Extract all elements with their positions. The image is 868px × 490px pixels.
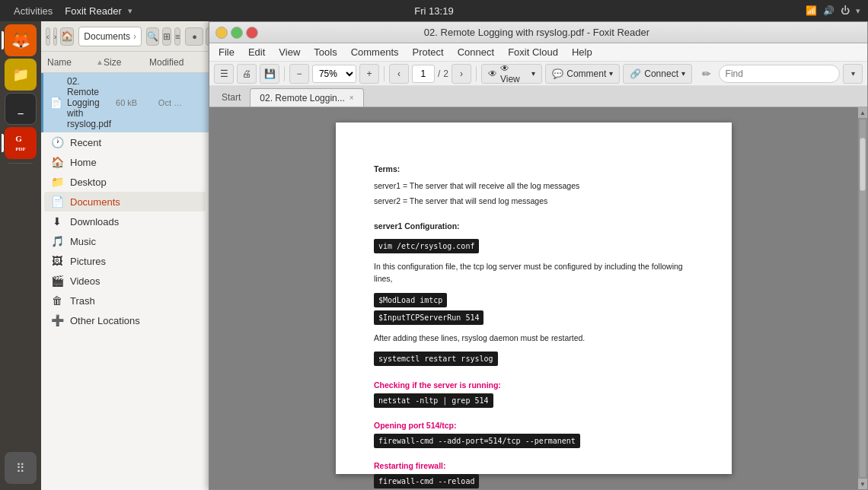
downloads-icon: ⬇ xyxy=(50,215,64,228)
menu-view[interactable]: View xyxy=(273,45,306,59)
fm-up-button[interactable]: 🏠 xyxy=(60,27,74,46)
system-bar: Activities Foxit Reader ▾ Fri 13:19 📶 🔊 … xyxy=(0,0,868,21)
sidebar-item-label-home: Home xyxy=(70,157,97,168)
toolbar-save-button[interactable]: 💾 xyxy=(260,64,279,84)
menu-foxit-cloud[interactable]: Foxit Cloud xyxy=(502,45,564,59)
activities-button[interactable]: Activities xyxy=(8,5,59,17)
pdf-code3-wrap: $InputTCPServerRun 514 xyxy=(374,309,694,326)
comment-dropdown-icon: ▾ xyxy=(609,69,613,78)
sidebar-item-label-music: Music xyxy=(70,236,96,247)
toolbar-zoom-select[interactable]: 75% 100% 125% 150% xyxy=(312,65,356,83)
sidebar-item-trash[interactable]: 🗑 Trash xyxy=(44,291,206,310)
launcher: 🦊 📁 _ GPDF ⠿ xyxy=(0,21,41,490)
network-icon[interactable]: 📶 xyxy=(806,5,817,16)
scroll-up-arrow[interactable]: ▲ xyxy=(858,107,867,118)
volume-icon[interactable]: 🔊 xyxy=(823,5,834,16)
sidebar-item-pictures[interactable]: 🖼 Pictures xyxy=(44,251,206,271)
pdf-file-icon: 📄 xyxy=(49,97,62,109)
tab-document[interactable]: 02. Remote Loggin... × xyxy=(250,88,363,107)
foxit-minimize-button[interactable] xyxy=(215,27,228,39)
toolbar-next-page-button[interactable]: › xyxy=(452,64,471,84)
toolbar-connect-button[interactable]: 🔗 Connect ▾ xyxy=(623,64,692,84)
sidebar-item-other-locations[interactable]: ➕ Other Locations xyxy=(44,310,206,330)
connect-dropdown-icon: ▾ xyxy=(681,69,685,78)
sidebar-item-recent[interactable]: 🕐 Recent xyxy=(44,132,206,152)
fm-search-button[interactable]: 🔍 xyxy=(146,27,159,46)
menu-connect[interactable]: Connect xyxy=(452,45,500,59)
tab-start[interactable]: Start xyxy=(212,88,250,107)
menu-edit[interactable]: Edit xyxy=(242,45,271,59)
system-bar-left: Activities Foxit Reader ▾ xyxy=(8,5,132,17)
desktop-icon: 📁 xyxy=(50,175,64,189)
tab-close-button[interactable]: × xyxy=(349,94,354,102)
foxit-close-button[interactable] xyxy=(246,27,258,39)
fm-back-button[interactable]: ‹ xyxy=(46,27,50,46)
launcher-icon-firefox[interactable]: 🦊 xyxy=(5,24,37,56)
menu-comments[interactable]: Comments xyxy=(345,45,405,59)
pdf-code4: systemctl restart rsyslog xyxy=(374,352,498,366)
app-menu-arrow[interactable]: ▾ xyxy=(128,6,132,16)
launcher-icon-foxit[interactable]: GPDF xyxy=(5,127,37,159)
scroll-thumb[interactable] xyxy=(860,138,866,192)
menu-protect[interactable]: Protect xyxy=(407,45,450,59)
toolbar-page-input[interactable] xyxy=(412,65,435,83)
toolbar-sidebar-toggle[interactable]: ☰ xyxy=(214,64,234,84)
pdf-restart-fw: Restarting firewall: xyxy=(374,460,694,473)
menu-tools[interactable]: Tools xyxy=(308,45,343,59)
fm-forward-button[interactable]: › xyxy=(53,27,58,46)
pdf-scrollbar[interactable]: ▲ ▼ xyxy=(858,107,867,489)
menu-file[interactable]: File xyxy=(212,45,241,59)
view-icon: 👁 xyxy=(488,68,497,79)
pdf-para2: After adding these lines, rsyslog daemon… xyxy=(374,333,585,342)
system-menu-arrow[interactable]: ▾ xyxy=(856,6,860,16)
terminal-icon: _ xyxy=(18,103,23,114)
files-icon: 📁 xyxy=(12,66,29,83)
toolbar-comment-button[interactable]: 💬 Comment ▾ xyxy=(545,64,620,84)
launcher-icon-apps[interactable]: ⠿ xyxy=(5,452,37,484)
sidebar-item-music[interactable]: 🎵 Music xyxy=(44,231,206,251)
sidebar-item-videos[interactable]: 🎬 Videos xyxy=(44,271,206,291)
menu-help[interactable]: Help xyxy=(566,45,598,59)
music-icon: 🎵 xyxy=(50,234,64,248)
sidebar-item-desktop[interactable]: 📁 Desktop xyxy=(44,172,206,192)
apps-grid-icon: ⠿ xyxy=(16,461,25,476)
fm-location-bar[interactable]: Documents › xyxy=(78,27,142,46)
launcher-icon-terminal[interactable]: _ xyxy=(5,93,37,125)
toolbar-total-pages: 2 xyxy=(443,68,448,79)
toolbar-zoom-in-button[interactable]: + xyxy=(359,64,379,84)
power-icon[interactable]: ⏻ xyxy=(841,5,850,16)
toolbar-edit-icon[interactable]: ✏ xyxy=(698,65,716,83)
fm-prev-button[interactable]: ● xyxy=(185,27,203,46)
pdf-open-port: Opening port 514/tcp: xyxy=(374,420,694,432)
sidebar-item-home[interactable]: 🏠 Home xyxy=(44,152,206,172)
sidebar-item-label-videos: Videos xyxy=(70,275,101,287)
pdf-code1: vim /etc/rsyslog.conf xyxy=(374,237,694,255)
toolbar-search-input[interactable] xyxy=(719,65,840,83)
pdf-code3: $InputTCPServerRun 514 xyxy=(374,310,483,325)
toolbar-prev-page-button[interactable]: ‹ xyxy=(389,64,409,84)
pdf-code4-wrap: systemctl restart rsyslog xyxy=(374,350,694,368)
launcher-icon-files[interactable]: 📁 xyxy=(5,59,37,91)
toolbar-search-options-button[interactable]: ▾ xyxy=(843,64,863,84)
videos-icon: 🎬 xyxy=(50,274,64,288)
system-clock: Fri 13:19 xyxy=(414,5,453,17)
sidebar-item-downloads[interactable]: ⬇ Downloads xyxy=(44,212,206,231)
sidebar-item-documents[interactable]: 📄 Documents xyxy=(44,192,206,212)
recent-icon: 🕐 xyxy=(50,135,64,149)
fm-file-row[interactable]: 📄 02. Remote Logging with rsyslog.pdf 60… xyxy=(41,73,209,132)
tab-start-label: Start xyxy=(222,92,241,103)
toolbar-zoom-out-button[interactable]: − xyxy=(289,64,309,84)
fm-header: Name ▲ Size Modified xyxy=(41,52,209,73)
toolbar-print-button[interactable]: 🖨 xyxy=(237,64,257,84)
view-label: 👁 View xyxy=(500,63,528,84)
pdf-code6: firewall-cmd --add-port=514/tcp --perman… xyxy=(374,434,580,448)
file-manager-window: ‹ › 🏠 Documents › 🔍 ⊞ ≡ ● ● ● Name ▲ Siz… xyxy=(41,21,209,490)
toolbar-view-button[interactable]: 👁 👁 View ▾ xyxy=(481,64,542,84)
scroll-track[interactable] xyxy=(860,119,866,477)
foxit-title: 02. Remote Logging with rsyslog.pdf - Fo… xyxy=(258,27,815,38)
foxit-maximize-button[interactable] xyxy=(231,27,243,39)
pdf-scroll-area[interactable]: Terms: server1 = The server that will re… xyxy=(209,107,858,489)
fm-grid-button[interactable]: ⊞ xyxy=(162,27,171,46)
fm-menu-button[interactable]: ≡ xyxy=(174,27,180,46)
scroll-down-arrow[interactable]: ▼ xyxy=(858,479,867,489)
